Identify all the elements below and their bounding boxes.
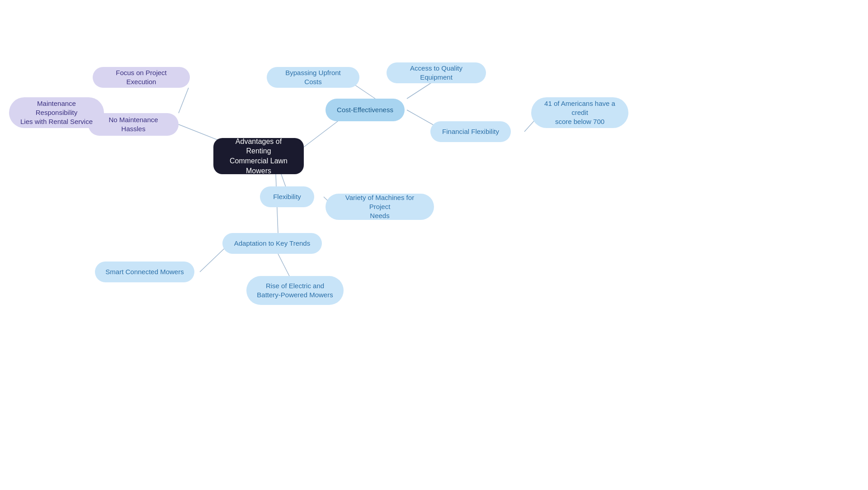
- svg-line-12: [278, 254, 289, 276]
- maintenance-resp-label: Maintenance Responsibility Lies with Ren…: [19, 99, 94, 127]
- center-label: Advantages of Renting Commercial Lawn Mo…: [223, 137, 294, 176]
- financial-flexibility-node: Financial Flexibility: [430, 121, 511, 142]
- bypassing-upfront-label: Bypassing Upfront Costs: [277, 68, 349, 87]
- smart-connected-label: Smart Connected Mowers: [105, 267, 184, 276]
- access-quality-label: Access to Quality Equipment: [396, 64, 476, 82]
- flexibility-label: Flexibility: [273, 192, 301, 201]
- variety-machines-node: Variety of Machines for Project Needs: [326, 194, 434, 220]
- adaptation-trends-label: Adaptation to Key Trends: [234, 239, 310, 248]
- focus-on-project-node: Focus on Project Execution: [93, 67, 190, 88]
- rise-electric-label: Rise of Electric and Battery-Powered Mow…: [257, 281, 333, 300]
- flexibility-node: Flexibility: [260, 186, 314, 207]
- cost-effectiveness-label: Cost-Effectiveness: [337, 105, 393, 114]
- mindmap-container: Advantages of Renting Commercial Lawn Mo…: [0, 0, 868, 490]
- variety-machines-label: Variety of Machines for Project Needs: [335, 193, 424, 221]
- adaptation-trends-node: Adaptation to Key Trends: [222, 233, 322, 254]
- credit-score-node: 41 of Americans have a credit score belo…: [531, 97, 628, 128]
- rise-electric-node: Rise of Electric and Battery-Powered Mow…: [246, 276, 344, 305]
- focus-project-label: Focus on Project Execution: [103, 68, 180, 87]
- svg-line-1: [179, 88, 189, 113]
- bypassing-upfront-node: Bypassing Upfront Costs: [267, 67, 359, 88]
- credit-score-label: 41 of Americans have a credit score belo…: [541, 99, 618, 127]
- financial-flexibility-label: Financial Flexibility: [442, 127, 499, 136]
- smart-connected-node: Smart Connected Mowers: [95, 262, 194, 282]
- access-quality-node: Access to Quality Equipment: [387, 62, 486, 83]
- maintenance-responsibility-node: Maintenance Responsibility Lies with Ren…: [9, 97, 104, 128]
- cost-effectiveness-node: Cost-Effectiveness: [326, 99, 405, 121]
- no-maintenance-label: No Maintenance Hassles: [98, 115, 169, 134]
- center-node: Advantages of Renting Commercial Lawn Mo…: [213, 138, 304, 174]
